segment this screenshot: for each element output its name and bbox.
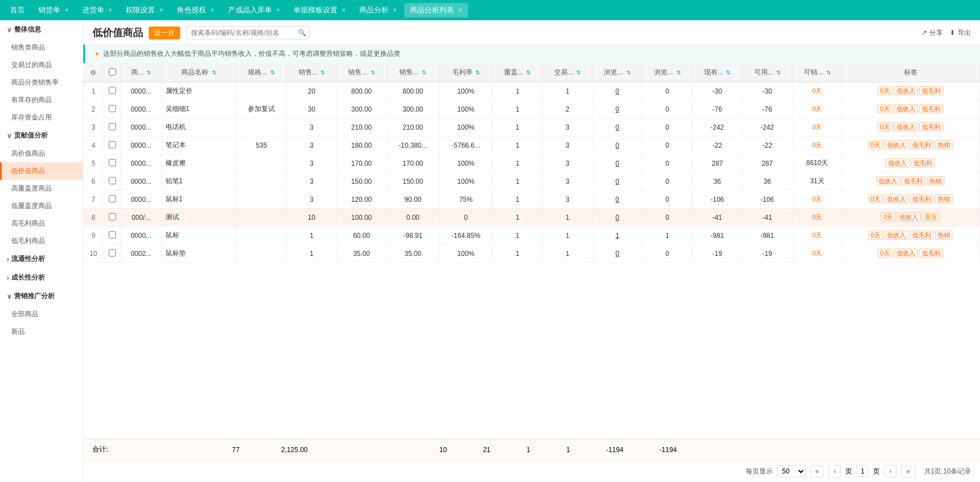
col-checkbox[interactable]: [104, 63, 121, 82]
col-coverage[interactable]: 覆盖... ⇅: [492, 63, 542, 82]
col-browse2[interactable]: 浏览... ⇅: [643, 63, 693, 82]
sidebar-item-stock-products[interactable]: 有库存的商品: [0, 91, 83, 109]
sidebar-item-low-value[interactable]: 低价值商品: [0, 162, 83, 180]
close-permission-icon[interactable]: ×: [159, 6, 163, 14]
sort-sellable-icon[interactable]: ⇅: [826, 69, 831, 76]
row-checkbox-cell[interactable]: [104, 118, 121, 136]
col-browse1[interactable]: 浏览... ⇅: [593, 63, 643, 82]
row-checkbox[interactable]: [109, 249, 116, 257]
sidebar-item-low-profit[interactable]: 低毛利商品: [0, 232, 83, 250]
row-browse1[interactable]: 0: [593, 245, 643, 263]
row-checkbox[interactable]: [109, 195, 116, 202]
nav-sales-order[interactable]: 销货单 ×: [33, 3, 74, 17]
col-gross[interactable]: 毛利率 ⇅: [439, 63, 493, 82]
row-browse1[interactable]: 0: [593, 191, 643, 209]
nav-home[interactable]: 首页: [5, 3, 30, 17]
row-checkbox[interactable]: [109, 123, 116, 130]
sort-sales3-icon[interactable]: ⇅: [422, 69, 426, 76]
col-code[interactable]: 商... ⇅: [121, 63, 162, 82]
close-product-analysis-list-icon[interactable]: ×: [458, 6, 462, 14]
current-page-input[interactable]: 1: [857, 466, 868, 477]
last-page-button[interactable]: »: [901, 465, 915, 477]
row-checkbox-cell[interactable]: [104, 136, 121, 154]
row-checkbox-cell[interactable]: [104, 191, 121, 209]
row-browse1[interactable]: 0: [593, 173, 643, 191]
row-checkbox[interactable]: [109, 141, 116, 148]
sidebar-item-high-profit[interactable]: 高毛利商品: [0, 215, 83, 232]
browse1-link[interactable]: 0: [616, 87, 620, 95]
browse1-link[interactable]: 1: [616, 232, 620, 240]
browse1-link[interactable]: 0: [616, 214, 620, 222]
browse1-link[interactable]: 0: [616, 196, 620, 204]
sidebar-item-stock-capital[interactable]: 库存资金占用: [0, 109, 83, 126]
nav-product-analysis-list[interactable]: 商品分析列表 ×: [404, 3, 468, 17]
sort-coverage-icon[interactable]: ⇅: [526, 69, 531, 76]
sidebar-item-sales-products[interactable]: 销售类商品: [0, 39, 83, 56]
gear-icon[interactable]: ⚙: [90, 69, 96, 77]
col-sales3[interactable]: 销售... ⇅: [386, 63, 439, 82]
row-checkbox-cell[interactable]: [104, 82, 121, 100]
col-sales1[interactable]: 销售... ⇅: [287, 63, 337, 82]
close-product-analysis-icon[interactable]: ×: [393, 6, 397, 14]
row-browse1[interactable]: 0: [593, 209, 643, 227]
row-checkbox-cell[interactable]: [104, 100, 121, 118]
col-name[interactable]: 商品名称 ⇅: [162, 63, 236, 82]
col-spec[interactable]: 规格... ⇅: [236, 63, 287, 82]
first-page-button[interactable]: «: [810, 465, 825, 477]
row-checkbox[interactable]: [109, 213, 116, 220]
row-checkbox[interactable]: [109, 231, 116, 238]
col-usable[interactable]: 可用... ⇅: [742, 63, 792, 82]
share-button[interactable]: ↗ 分享: [921, 28, 943, 38]
sidebar-group-contribution[interactable]: ∨ 贡献值分析: [0, 126, 83, 145]
nav-permission[interactable]: 权限设置 ×: [120, 3, 169, 17]
nav-role[interactable]: 角色授权 ×: [171, 3, 220, 17]
nav-purchase-order[interactable]: 进货单 ×: [77, 3, 118, 17]
sort-name-icon[interactable]: ⇅: [212, 69, 216, 76]
browse1-link[interactable]: 0: [616, 123, 620, 131]
row-checkbox-cell[interactable]: [104, 173, 121, 191]
browse1-link[interactable]: 0: [616, 178, 620, 185]
browse1-link[interactable]: 0: [616, 141, 620, 149]
close-purchase-order-icon[interactable]: ×: [108, 6, 112, 14]
browse1-link[interactable]: 0: [616, 250, 620, 258]
sidebar-group-overall[interactable]: ∨ 整体信息: [0, 20, 83, 39]
close-product-entry-icon[interactable]: ×: [276, 6, 280, 14]
select-all-checkbox[interactable]: [109, 68, 116, 76]
close-template-icon[interactable]: ×: [342, 6, 346, 14]
search-input[interactable]: [186, 26, 310, 39]
sidebar-item-category-sales-rate[interactable]: 商品分类销售率: [0, 74, 83, 91]
row-browse1[interactable]: 0: [593, 154, 643, 173]
close-sales-order-icon[interactable]: ×: [65, 6, 69, 14]
page-size-select[interactable]: 50 100 200: [777, 465, 806, 477]
sort-browse1-icon[interactable]: ⇅: [626, 69, 631, 76]
row-checkbox[interactable]: [109, 87, 116, 94]
table-container[interactable]: ⚙ 商... ⇅ 商品名称 ⇅ 规格... ⇅ 销售... ⇅ 销售... ⇅ …: [83, 63, 980, 439]
row-checkbox[interactable]: [109, 177, 116, 184]
sort-browse2-icon[interactable]: ⇅: [676, 69, 681, 76]
sort-usable-icon[interactable]: ⇅: [776, 69, 781, 76]
sort-current-icon[interactable]: ⇅: [726, 69, 730, 76]
search-icon[interactable]: 🔍: [298, 29, 306, 37]
sidebar-item-low-coverage[interactable]: 低覆盖度商品: [0, 197, 83, 215]
col-trade[interactable]: 交易... ⇅: [542, 63, 593, 82]
sort-sales1-icon[interactable]: ⇅: [320, 69, 325, 76]
sort-gross-icon[interactable]: ⇅: [475, 69, 480, 76]
col-sellable[interactable]: 可销... ⇅: [792, 63, 843, 82]
next-page-button[interactable]: ›: [884, 465, 897, 477]
browse1-link[interactable]: 0: [616, 105, 620, 113]
row-checkbox-cell[interactable]: [104, 154, 121, 173]
sidebar-group-marketing[interactable]: ∨ 营销推广分析: [0, 287, 83, 306]
nav-template[interactable]: 单据模板设置 ×: [288, 3, 351, 17]
prev-page-button[interactable]: ‹: [828, 465, 841, 477]
row-browse1[interactable]: 0: [593, 118, 643, 136]
sidebar-item-high-coverage[interactable]: 高覆盖度商品: [0, 180, 83, 197]
sidebar-item-high-value[interactable]: 高价值商品: [0, 145, 83, 162]
sort-trade-icon[interactable]: ⇅: [576, 69, 581, 76]
filter-recent-month-button[interactable]: 近一月: [149, 26, 180, 39]
sidebar-item-traded-products[interactable]: 交易过的商品: [0, 56, 83, 74]
row-checkbox[interactable]: [109, 159, 116, 166]
sort-code-icon[interactable]: ⇅: [146, 69, 151, 76]
nav-product-entry[interactable]: 产成品入库单 ×: [222, 3, 286, 17]
col-current[interactable]: 现有... ⇅: [692, 63, 742, 82]
row-checkbox-cell[interactable]: [104, 227, 121, 245]
